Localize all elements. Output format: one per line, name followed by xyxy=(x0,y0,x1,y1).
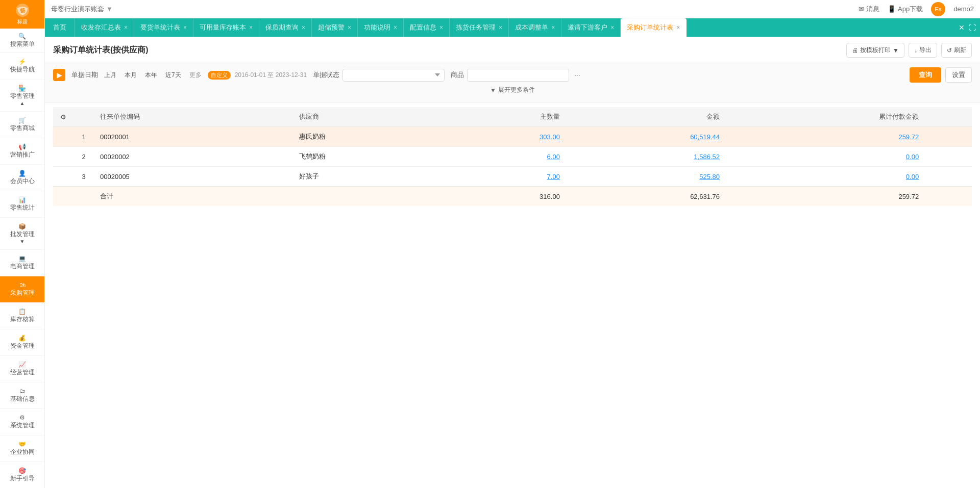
tab-invite-downstream[interactable]: 邀请下游客户 × xyxy=(561,18,621,37)
more-options-icon[interactable]: ··· xyxy=(572,71,582,79)
sidebar-item-marketing[interactable]: 📢 营销推广 xyxy=(0,138,44,165)
custom-date-tag[interactable]: 自定义 xyxy=(208,71,231,80)
tab-purchase-stats[interactable]: 采购订单统计表 × xyxy=(621,18,687,37)
sidebar-item-ecommerce[interactable]: 💻 电商管理 xyxy=(0,250,44,276)
svg-text:畅: 畅 xyxy=(20,8,25,13)
tab-close-shelf-life[interactable]: × xyxy=(302,24,305,31)
row-settings-cell xyxy=(53,127,74,147)
date-shortcut-more[interactable]: 更多 xyxy=(186,70,205,81)
sidebar-item-basic[interactable]: 🗂 基础信息 xyxy=(0,382,44,409)
tab-close-goods-stats[interactable]: × xyxy=(183,24,187,31)
user-name[interactable]: demo2 xyxy=(953,5,974,13)
tab-receive-send[interactable]: 收发存汇总表 × xyxy=(75,18,134,37)
avatar[interactable]: Ea xyxy=(931,2,945,16)
tab-goods-stats[interactable]: 要货单统计表 × xyxy=(134,18,193,37)
page-title-bar: 采购订单统计表(按供应商) 🖨 按模板打印 ▼ ↓ 导出 ↺ 刷新 xyxy=(45,37,980,62)
sidebar-item-retail[interactable]: 🏪 零售管理 ▲ xyxy=(0,80,44,112)
refresh-button[interactable]: ↺ 刷新 xyxy=(941,43,972,58)
sidebar-item-purchase[interactable]: 🛍 采购管理 xyxy=(0,276,44,303)
table-footer: 合计 316.00 62,631.76 259.72 xyxy=(53,187,972,207)
tab-close-purchase-stats[interactable]: × xyxy=(676,24,680,31)
tab-overstock[interactable]: 超储预警 × xyxy=(312,18,358,37)
tab-shelf-life[interactable]: 保质期查询 × xyxy=(259,18,312,37)
row-paid-amount-3[interactable]: 0.00 xyxy=(726,167,925,187)
row-supplier-name-2: 飞鹤奶粉 xyxy=(293,147,442,167)
tab-close-overstock[interactable]: × xyxy=(348,24,351,31)
table-row[interactable]: 3 00020005 好孩子 7.00 525.80 xyxy=(53,167,972,187)
date-range-text: 2016-01-01 至 2023-12-31 xyxy=(235,71,307,80)
sidebar-item-enterprise[interactable]: 🤝 企业协同 xyxy=(0,435,44,462)
date-shortcut-7days[interactable]: 近7天 xyxy=(162,70,184,81)
chevron-down-icon-print: ▼ xyxy=(893,47,899,54)
export-button[interactable]: ↓ 导出 xyxy=(909,43,937,58)
tab-config-info[interactable]: 配置信息 × xyxy=(404,18,450,37)
tab-close-config-info[interactable]: × xyxy=(439,24,443,31)
row-quantity-2[interactable]: 6.00 xyxy=(442,147,566,167)
top-header: 母婴行业演示账套 ▼ ✉ 消息 📱 App下载 Ea demo2 xyxy=(45,0,980,18)
app-logo[interactable]: 畅 标题 xyxy=(0,0,44,29)
date-shortcut-this-year[interactable]: 本年 xyxy=(142,70,160,81)
tab-restore-icon[interactable]: ⛶ xyxy=(969,23,976,32)
logo-icon: 畅 xyxy=(13,3,32,17)
tab-picking-task[interactable]: 拣货任务管理 × xyxy=(450,18,509,37)
row-quantity-1[interactable]: 303.00 xyxy=(442,127,566,147)
status-filter-select[interactable] xyxy=(342,69,445,82)
column-settings-icon[interactable]: ⚙ xyxy=(60,113,66,121)
sidebar-item-ops[interactable]: 📈 经营管理 xyxy=(0,356,44,382)
tab-close-all-icon[interactable]: ✕ xyxy=(959,23,965,32)
sidebar-item-system[interactable]: ⚙ 系统管理 xyxy=(0,409,44,435)
sidebar-item-retail-stats[interactable]: 📊 零售统计 xyxy=(0,191,44,218)
retail-mall-icon: 🛒 xyxy=(18,117,26,124)
row-paid-amount-1[interactable]: 259.72 xyxy=(726,127,925,147)
tab-invite-downstream-label: 邀请下游客户 xyxy=(568,23,607,32)
col-extra xyxy=(925,107,972,127)
row-quantity-3[interactable]: 7.00 xyxy=(442,167,566,187)
sidebar-item-quick-nav[interactable]: ⚡ 快捷导航 xyxy=(0,53,44,80)
template-print-button[interactable]: 🖨 按模板打印 ▼ xyxy=(846,43,904,58)
table-row[interactable]: 2 00020002 飞鹤奶粉 6.00 1,586.52 xyxy=(53,147,972,167)
sidebar-purchase-label: 采购管理 xyxy=(10,289,35,297)
expand-more-label: 展开更多条件 xyxy=(498,86,535,94)
tab-available-stock[interactable]: 可用量库存账本 × xyxy=(193,18,259,37)
tab-close-function-desc[interactable]: × xyxy=(394,24,397,31)
row-amount-2[interactable]: 1,586.52 xyxy=(566,147,726,167)
goods-filter-input[interactable] xyxy=(467,69,569,82)
tab-close-receive-send[interactable]: × xyxy=(124,24,128,31)
sidebar-item-search[interactable]: 🔍 搜索菜单 xyxy=(0,29,44,53)
row-amount-3[interactable]: 525.80 xyxy=(566,167,726,187)
tab-cost-adjust[interactable]: 成本调整单 × xyxy=(509,18,561,37)
sidebar-item-newbie[interactable]: 🎯 新手引导 xyxy=(0,462,44,488)
date-shortcut-last-month[interactable]: 上月 xyxy=(101,70,119,81)
sidebar-item-member[interactable]: 👤 会员中心 xyxy=(0,165,44,191)
message-button[interactable]: ✉ 消息 xyxy=(859,5,879,14)
tab-close-picking-task[interactable]: × xyxy=(499,24,502,31)
tab-close-available-stock[interactable]: × xyxy=(249,24,253,31)
query-button[interactable]: 查询 xyxy=(910,67,941,83)
tab-bar: 首页 收发存汇总表 × 要货单统计表 × 可用量库存账本 × 保质期查询 × 超… xyxy=(45,18,980,37)
sidebar-item-retail-mall[interactable]: 🛒 零售商城 xyxy=(0,112,44,138)
sidebar-item-batch[interactable]: 📦 批发管理 ▼ xyxy=(0,218,44,250)
row-paid-amount-2[interactable]: 0.00 xyxy=(726,147,925,167)
col-seq xyxy=(74,107,94,127)
row-amount-1[interactable]: 60,519.44 xyxy=(566,127,726,147)
col-amount: 金额 xyxy=(566,107,726,127)
filter-toggle-button[interactable]: ▶ xyxy=(53,69,65,81)
workspace-selector[interactable]: 母婴行业演示账套 ▼ xyxy=(51,5,113,14)
ecommerce-icon: 💻 xyxy=(18,255,26,262)
retail-icon: 🏪 xyxy=(18,85,26,92)
table-row[interactable]: 1 00020001 惠氏奶粉 303.00 60,519.44 xyxy=(53,127,972,147)
tab-close-cost-adjust[interactable]: × xyxy=(551,24,555,31)
sidebar-item-finance[interactable]: 💰 资金管理 xyxy=(0,329,44,356)
sidebar-item-inventory[interactable]: 📋 库存核算 xyxy=(0,303,44,329)
sidebar-retail-mall-label: 零售商城 xyxy=(10,124,35,133)
app-download-button[interactable]: 📱 App下载 xyxy=(888,5,923,14)
tab-home[interactable]: 首页 xyxy=(45,18,75,37)
tab-shelf-life-label: 保质期查询 xyxy=(265,23,299,32)
expand-more-button[interactable]: ▼ 展开更多条件 xyxy=(53,83,972,97)
settings-button[interactable]: 设置 xyxy=(945,67,972,83)
row-settings-cell xyxy=(53,167,74,187)
col-settings: ⚙ xyxy=(53,107,74,127)
tab-function-desc[interactable]: 功能说明 × xyxy=(358,18,404,37)
date-shortcut-this-month[interactable]: 本月 xyxy=(121,70,140,81)
tab-close-invite-downstream[interactable]: × xyxy=(610,24,614,31)
